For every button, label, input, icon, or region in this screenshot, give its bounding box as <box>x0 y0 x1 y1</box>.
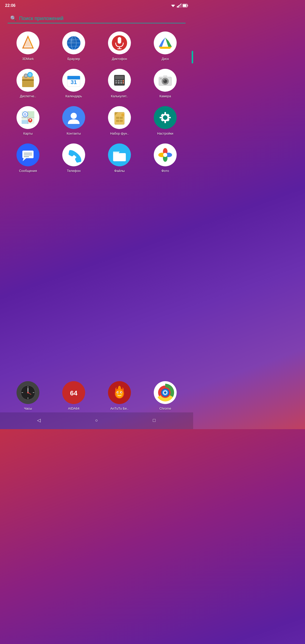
app-icon-funcset <box>108 106 131 129</box>
app-icon-3dmark <box>17 31 39 54</box>
app-label-calendar: Календарь <box>65 94 82 98</box>
app-icon-browser <box>62 31 85 54</box>
status-time: 22:06 <box>5 3 16 8</box>
app-item-maps[interactable]: G Карты <box>5 103 51 137</box>
app-label-maps: Карты <box>23 132 33 135</box>
svg-point-42 <box>28 73 32 76</box>
search-bar[interactable]: 🔍 Поиск приложений <box>8 14 186 23</box>
svg-rect-101 <box>168 117 171 118</box>
app-icon-clock <box>17 381 39 404</box>
search-placeholder: Поиск приложений <box>19 15 64 21</box>
app-item-settings[interactable]: Настройки <box>142 103 188 137</box>
signal-icon <box>177 4 181 8</box>
app-icon-files <box>108 143 131 166</box>
app-icon-photos <box>154 143 177 166</box>
svg-rect-90 <box>116 117 119 119</box>
app-item-calendar[interactable]: 31 Календарь <box>51 65 97 100</box>
app-item-files[interactable]: Файлы <box>97 140 142 175</box>
svg-text:7: 7 <box>116 82 117 84</box>
svg-rect-26 <box>118 37 121 44</box>
app-item-dictaphone[interactable]: Диктофон <box>97 28 142 63</box>
app-item-photos[interactable]: Фото <box>142 140 188 175</box>
svg-rect-55 <box>123 80 124 82</box>
svg-text:9: 9 <box>121 82 122 84</box>
app-icon-dispatcher <box>17 69 39 92</box>
app-icon-calculator: ÷ × − 7 8 9 + <box>108 69 131 92</box>
app-icon-maps: G <box>17 106 39 129</box>
app-label-contacts: Контакты <box>67 132 81 135</box>
svg-rect-9 <box>183 5 187 7</box>
svg-text:8: 8 <box>118 82 119 84</box>
dock-item-antutu[interactable]: AnTuTu Бе.. <box>97 378 142 412</box>
svg-rect-51 <box>115 76 124 79</box>
dock-label-chrome: Chrome <box>159 407 171 410</box>
app-icon-aida: 64 <box>62 381 85 404</box>
svg-rect-92 <box>116 120 119 122</box>
app-item-drive[interactable]: Диск <box>142 28 188 63</box>
dock-label-clock: Часы <box>24 407 32 410</box>
svg-marker-33 <box>159 47 172 49</box>
app-item-messages[interactable]: Сообщения <box>5 140 51 175</box>
app-icon-calendar: 31 <box>62 69 85 92</box>
app-label-photos: Фото <box>161 169 169 173</box>
svg-text:31: 31 <box>71 79 77 85</box>
nav-home-button[interactable]: ○ <box>92 416 101 425</box>
search-icon: 🔍 <box>10 15 17 21</box>
app-label-3dmark: 3DMark <box>22 57 34 61</box>
app-icon-dictaphone <box>108 31 131 54</box>
dock-item-chrome[interactable]: Chrome <box>142 378 188 412</box>
app-item-calculator[interactable]: ÷ × − 7 8 9 + Калькулят.. <box>97 65 142 100</box>
app-icon-messages <box>17 143 39 166</box>
svg-rect-8 <box>188 5 188 6</box>
svg-rect-79 <box>28 111 34 118</box>
svg-rect-93 <box>120 120 123 122</box>
app-label-drive: Диск <box>162 57 169 61</box>
app-icon-phone <box>62 143 85 166</box>
app-grid: 3DMark Браузер <box>0 25 193 177</box>
app-label-files: Файлы <box>114 169 125 173</box>
app-item-contacts[interactable]: Контакты <box>51 103 97 137</box>
svg-point-84 <box>29 119 31 121</box>
dock-label-aida: AIDA64 <box>68 407 80 410</box>
app-icon-drive <box>154 31 177 54</box>
svg-point-139 <box>117 392 118 393</box>
svg-text:+: + <box>123 82 124 84</box>
app-label-settings: Настройки <box>157 132 173 135</box>
dock-item-clock[interactable]: Часы <box>5 378 51 412</box>
svg-point-131 <box>27 392 29 393</box>
app-item-dispatcher[interactable]: Диспетче.. <box>5 65 51 100</box>
app-label-messages: Сообщения <box>19 169 37 173</box>
svg-rect-78 <box>22 120 28 124</box>
svg-text:64: 64 <box>70 389 78 397</box>
app-icon-settings <box>154 106 177 129</box>
svg-rect-91 <box>120 117 123 119</box>
dock-label-antutu: AnTuTu Бе.. <box>110 407 129 410</box>
svg-point-136 <box>116 390 123 398</box>
app-icon-antutu <box>108 381 131 404</box>
app-label-phone: Телефон <box>67 169 81 173</box>
wifi-icon <box>170 4 176 8</box>
svg-point-72 <box>164 80 165 81</box>
svg-point-29 <box>156 34 174 52</box>
nav-recent-button[interactable]: □ <box>150 416 159 425</box>
app-icon-chrome <box>154 381 177 404</box>
bottom-section: Часы 64 AIDA64 <box>0 375 193 429</box>
nav-bar: ◁ ○ □ <box>0 412 193 429</box>
status-icons <box>170 4 188 8</box>
app-item-browser[interactable]: Браузер <box>51 28 97 63</box>
svg-text:G: G <box>24 113 26 116</box>
scroll-indicator <box>192 51 193 63</box>
svg-point-146 <box>164 391 166 394</box>
app-item-camera[interactable]: Камера <box>142 65 188 100</box>
nav-back-button[interactable]: ◁ <box>35 416 43 425</box>
app-label-funcset: Набор фун.. <box>110 132 129 135</box>
svg-point-97 <box>164 116 167 119</box>
app-item-phone[interactable]: Телефон <box>51 140 97 175</box>
app-item-funcset[interactable]: Набор фун.. <box>97 103 142 137</box>
app-icon-camera <box>154 69 177 92</box>
app-item-3dmark[interactable]: 3DMark <box>5 28 51 63</box>
status-bar: 22:06 <box>0 0 193 10</box>
svg-rect-114 <box>113 153 126 161</box>
dock-item-aida[interactable]: 64 AIDA64 <box>51 378 97 412</box>
svg-point-40 <box>25 74 27 77</box>
